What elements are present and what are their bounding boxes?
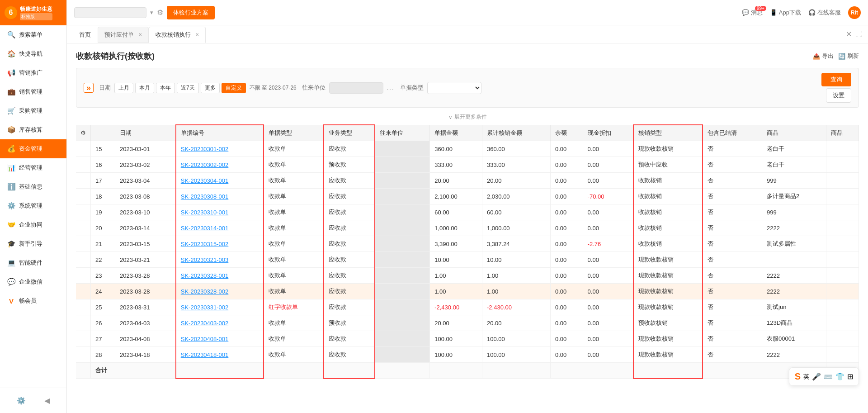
td-bill-no[interactable]: SK-20230310-001 [176,204,264,220]
sidebar-item-operations[interactable]: 📊 经营管理 [0,158,66,177]
sidebar-label-wechat: 企业微信 [19,278,42,286]
table-row[interactable]: 18 2023-03-08 SK-20230308-001 收款单 应收款 2,… [76,189,859,204]
td-seq: 27 [91,331,115,347]
td-partner [375,331,430,347]
date-buttons: 上月 本月 本年 近7天 更多 自定义 [114,83,246,93]
filter-toggle-button[interactable]: » [84,83,94,93]
sidebar-item-hardware[interactable]: 💻 智能硬件 [0,253,66,272]
td-accum-amount: 333.00 [482,157,551,173]
sidebar-item-system[interactable]: ⚙️ 系统管理 [0,196,66,215]
td-bill-no[interactable]: SK-20230328-002 [176,284,264,299]
gear-icon-topbar[interactable]: ⚙ [157,8,163,17]
table-row[interactable]: 26 2023-04-03 SK-20230403-002 收款单 预收款 20… [76,315,859,331]
table-row[interactable]: 24 2023-03-28 SK-20230328-002 收款单 应收款 1.… [76,284,859,299]
td-seq: 24 [91,284,115,299]
sidebar-item-member[interactable]: V 畅会员 [0,291,66,310]
watermark-keyboard-icon[interactable]: ⌨️ [824,372,833,381]
expand-more-bar[interactable]: ∨ 展开更多条件 [76,111,859,124]
watermark-shirt-icon[interactable]: 👕 [835,372,844,381]
table-row[interactable]: 23 2023-03-28 SK-20230328-001 收款单 应收款 1.… [76,268,859,284]
purchase-icon: 🛒 [7,107,15,115]
table-row[interactable]: 19 2023-03-10 SK-20230310-001 收款单 应收款 60… [76,204,859,220]
watermark-grid-icon[interactable]: ⊞ [847,372,853,381]
tab-expand-icon[interactable]: ⛶ [855,30,863,38]
watermark-mic-icon[interactable]: 🎤 [812,372,821,381]
online-service-button[interactable]: 🎧 在线客服 [808,9,841,17]
tab-prepaybill-close[interactable]: ✕ [138,32,142,37]
td-bill-no[interactable]: SK-20230331-002 [176,299,264,315]
td-bill-no[interactable]: SK-20230328-001 [176,268,264,284]
td-bill-type: 收款单 [264,284,324,299]
td-bill-no[interactable]: SK-20230304-001 [176,173,264,189]
sidebar-item-enterprise[interactable]: 🤝 企业协同 [0,215,66,234]
custom-date-button[interactable]: 自定义 [222,83,246,93]
table-row[interactable]: 15 2023-03-01 SK-20230301-002 收款单 应收款 36… [76,141,859,157]
tab-close-icon[interactable]: ✕ [846,30,852,38]
sidebar-item-sales[interactable]: 💼 销售管理 [0,82,66,101]
operations-icon: 📊 [7,164,15,172]
last-7days-button[interactable]: 近7天 [177,83,199,93]
td-bill-no[interactable]: SK-20230315-002 [176,236,264,252]
td-bill-no[interactable]: SK-20230408-001 [176,331,264,347]
user-avatar[interactable]: Rit [848,6,861,19]
this-year-button[interactable]: 本年 [156,83,175,93]
sidebar-item-marketing[interactable]: 📢 营销推广 [0,63,66,82]
sidebar-item-guide[interactable]: 🎓 新手引导 [0,234,66,253]
td-product1: 2222 [762,347,826,363]
tab-home[interactable]: 首页 [72,27,98,43]
tab-collection[interactable]: 收款核销执行 ✕ [149,27,206,43]
tab-collection-close[interactable]: ✕ [195,32,199,37]
td-product2 [826,284,859,299]
td-balance: 0.00 [550,331,583,347]
table-row[interactable]: 25 2023-03-31 SK-20230331-002 红字收款单 应收款 … [76,299,859,315]
breadcrumb-input[interactable] [74,7,146,18]
td-balance: 0.00 [550,284,583,299]
td-bill-no[interactable]: SK-20230314-001 [176,220,264,236]
query-button[interactable]: 查询 [821,73,851,86]
tab-bar: 首页 预计应付单 ✕ 收款核销执行 ✕ ✕ ⛶ [67,25,868,43]
table-row[interactable]: 16 2023-03-02 SK-20230302-002 收款单 预收款 33… [76,157,859,173]
td-date: 2023-03-04 [115,173,176,189]
table-row[interactable]: 22 2023-03-21 SK-20230321-003 收款单 应收款 10… [76,252,859,268]
td-bill-no[interactable]: SK-20230418-001 [176,347,264,363]
bill-type-select[interactable] [427,82,481,94]
td-cash-discount: 0.00 [583,173,633,189]
table-row[interactable]: 28 2023-04-18 SK-20230418-001 收款单 应收款 10… [76,347,859,363]
td-bill-no[interactable]: SK-20230403-002 [176,315,264,331]
td-cancel-type: 现款收款核销 [633,284,702,299]
td-bill-no[interactable]: SK-20230301-002 [176,141,264,157]
td-cancel-type: 预收款核销 [633,315,702,331]
sidebar-item-purchase[interactable]: 🛒 采购管理 [0,101,66,120]
refresh-button[interactable]: 🔄 刷新 [838,52,859,60]
td-balance: 0.00 [550,236,583,252]
industry-solution-button[interactable]: 体验行业方案 [167,6,215,19]
partner-input[interactable] [329,82,383,94]
td-bill-no[interactable]: SK-20230308-001 [176,189,264,204]
sidebar-item-wechat[interactable]: 💬 企业微信 [0,272,66,291]
sidebar-item-inventory[interactable]: 📦 库存核算 [0,120,66,139]
th-settings[interactable]: ⚙ [76,125,91,141]
sidebar-item-quick-nav[interactable]: 🏠 快捷导航 [0,44,66,63]
td-bill-no[interactable]: SK-20230302-002 [176,157,264,173]
sidebar-item-finance[interactable]: 💰 资金管理 [0,139,66,158]
table-row[interactable]: 20 2023-03-14 SK-20230314-001 收款单 应收款 1,… [76,220,859,236]
sidebar-item-search[interactable]: 🔍 搜索菜单 [0,25,66,44]
td-bill-type: 收款单 [264,204,324,220]
app-download-button[interactable]: 📱 App下载 [770,9,801,17]
tab-prepaybill[interactable]: 预计应付单 ✕ [98,27,149,43]
last-month-button[interactable]: 上月 [114,83,133,93]
sidebar-item-basic[interactable]: ℹ️ 基础信息 [0,177,66,196]
this-month-button[interactable]: 本月 [135,83,154,93]
filter-settings-button[interactable]: 设置 [826,88,851,103]
export-button[interactable]: 📤 导出 [813,52,834,60]
td-bill-no[interactable]: SK-20230321-003 [176,252,264,268]
sidebar-collapse-icon[interactable]: ◀ [44,396,50,405]
td-bill-amount: 60.00 [430,204,482,220]
more-date-button[interactable]: 更多 [201,83,220,93]
table-row[interactable]: 17 2023-03-04 SK-20230304-001 收款单 应收款 20… [76,173,859,189]
message-button[interactable]: 💬 消息 99+ [742,9,763,17]
table-row[interactable]: 21 2023-03-15 SK-20230315-002 收款单 应收款 3,… [76,236,859,252]
table-row[interactable]: 27 2023-04-08 SK-20230408-001 收款单 应收款 10… [76,331,859,347]
td-balance: 0.00 [550,220,583,236]
sidebar-settings-icon[interactable]: ⚙️ [17,396,26,405]
